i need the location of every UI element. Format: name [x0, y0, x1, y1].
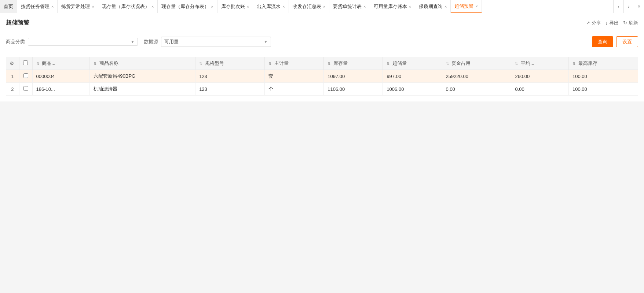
- export-icon: ↓: [605, 20, 608, 26]
- share-icon: ↗: [586, 20, 590, 26]
- cell-product-code: 186-10...: [32, 83, 90, 96]
- category-arrow-icon: ▼: [131, 40, 135, 44]
- sort-icon-product-code: ⇅: [36, 62, 39, 66]
- sort-icon-max-stock: ⇅: [572, 62, 575, 66]
- close-tab-0[interactable]: ×: [51, 4, 54, 9]
- share-button[interactable]: ↗ 分享: [586, 20, 601, 26]
- table-body: 1 0000004 六配套新昌490BPG 123 套 1097.00 997.…: [6, 70, 638, 96]
- close-tab-2[interactable]: ×: [151, 4, 154, 9]
- cell-over-stock: 1006.00: [383, 83, 442, 96]
- th-over-stock[interactable]: ⇅ 超储量: [383, 57, 442, 70]
- th-max-stock[interactable]: ⇅ 最高库存: [569, 57, 638, 70]
- query-button[interactable]: 查询: [592, 36, 613, 47]
- cell-over-stock: 997.00: [383, 70, 442, 83]
- datasource-filter: 数据源 可用量 ▼: [144, 37, 271, 47]
- nav-tab-0[interactable]: 拣货任务管理 ×: [17, 0, 58, 13]
- close-tab-4[interactable]: ×: [247, 4, 249, 9]
- close-tab-1[interactable]: ×: [92, 4, 94, 9]
- refresh-icon: ↻: [623, 20, 627, 26]
- row-checkbox-cell: [19, 83, 32, 96]
- nav-tab-4[interactable]: 库存批次账 ×: [217, 0, 253, 13]
- close-tab-7[interactable]: ×: [363, 4, 366, 9]
- category-label: 商品分类: [6, 38, 25, 45]
- close-tab-8[interactable]: ×: [409, 4, 411, 9]
- th-product-name[interactable]: ⇅ 商品名称: [90, 57, 195, 70]
- nav-home[interactable]: 首页: [0, 0, 17, 13]
- nav-arrows: ‹ › ×: [613, 0, 644, 13]
- cell-capital: 0.00: [442, 83, 511, 96]
- sort-icon-product-name: ⇅: [94, 62, 96, 66]
- th-gear[interactable]: ⚙: [6, 57, 19, 70]
- nav-tab-6[interactable]: 收发存汇总表 ×: [289, 0, 329, 13]
- cell-product-name: 机油滤清器: [90, 83, 195, 96]
- filter-buttons: 查询 设置: [592, 36, 638, 47]
- cell-unit: 个: [265, 83, 324, 96]
- cell-stock: 1097.00: [324, 70, 383, 83]
- nav-tab-5[interactable]: 出入库流水 ×: [253, 0, 289, 13]
- close-tab-6[interactable]: ×: [323, 4, 325, 9]
- row-index: 1: [6, 70, 19, 83]
- cell-product-code: 0000004: [32, 70, 90, 83]
- cell-capital: 259220.00: [442, 70, 511, 83]
- table-row[interactable]: 1 0000004 六配套新昌490BPG 123 套 1097.00 997.…: [6, 70, 638, 83]
- page-header: 超储预警 ↗ 分享 ↓ 导出 ↻ 刷新: [6, 19, 638, 27]
- data-table: ⚙ ⇅ 商品... ⇅ 商品名称 ⇅ 规格型号 ⇅: [6, 57, 638, 96]
- th-product-code[interactable]: ⇅ 商品...: [32, 57, 90, 70]
- gear-icon[interactable]: ⚙: [10, 60, 14, 66]
- nav-tab-10[interactable]: 超储预警 ×: [451, 0, 482, 13]
- th-avg[interactable]: ⇅ 平均...: [511, 57, 569, 70]
- cell-avg: 260.00: [511, 70, 569, 83]
- sort-icon-avg: ⇅: [515, 62, 518, 66]
- datasource-label: 数据源: [144, 38, 158, 45]
- select-all-checkbox[interactable]: [23, 60, 28, 65]
- nav-next-btn[interactable]: ›: [623, 0, 634, 13]
- category-filter: 商品分类 ▼: [6, 38, 138, 46]
- filter-area: 商品分类 ▼ 数据源 可用量 ▼ 查询 设置: [6, 33, 638, 51]
- category-select[interactable]: ▼: [28, 38, 138, 46]
- table-header-row: ⚙ ⇅ 商品... ⇅ 商品名称 ⇅ 规格型号 ⇅: [6, 57, 638, 70]
- cell-stock: 1106.00: [324, 83, 383, 96]
- nav-bar: 首页 拣货任务管理 × 拣货异常处理 × 现存量（库存状况表） × 现存量（库存…: [0, 0, 644, 13]
- th-unit[interactable]: ⇅ 主计量: [265, 57, 324, 70]
- cell-avg: 0.00: [511, 83, 569, 96]
- row-checkbox-0[interactable]: [23, 73, 28, 78]
- nav-tab-8[interactable]: 可用量库存账本 ×: [370, 0, 415, 13]
- cell-spec: 123: [195, 70, 265, 83]
- nav-tab-9[interactable]: 保质期查询 ×: [415, 0, 451, 13]
- datasource-arrow-icon: ▼: [264, 40, 268, 44]
- row-checkbox-cell: [19, 70, 32, 83]
- close-tab-10[interactable]: ×: [475, 4, 477, 8]
- sort-icon-over-stock: ⇅: [387, 62, 389, 66]
- header-actions: ↗ 分享 ↓ 导出 ↻ 刷新: [586, 20, 638, 26]
- sort-icon-spec: ⇅: [199, 62, 202, 66]
- close-tab-3[interactable]: ×: [211, 4, 213, 9]
- cell-max-stock: 100.00: [569, 83, 638, 96]
- th-spec[interactable]: ⇅ 规格型号: [195, 57, 265, 70]
- nav-tab-2[interactable]: 现存量（库存状况表） ×: [98, 0, 158, 13]
- datasource-select[interactable]: 可用量 ▼: [161, 37, 271, 47]
- cell-product-name: 六配套新昌490BPG: [90, 70, 195, 83]
- table-row[interactable]: 2 186-10... 机油滤清器 123 个 1106.00 1006.00 …: [6, 83, 638, 96]
- cell-spec: 123: [195, 83, 265, 96]
- refresh-button[interactable]: ↻ 刷新: [623, 20, 638, 26]
- close-tab-9[interactable]: ×: [444, 4, 447, 9]
- nav-tab-1[interactable]: 拣货异常处理 ×: [58, 0, 98, 13]
- th-capital[interactable]: ⇅ 资金占用: [442, 57, 511, 70]
- row-index: 2: [6, 83, 19, 96]
- sort-icon-capital: ⇅: [446, 62, 449, 66]
- nav-tab-3[interactable]: 现存量（库存分布表） ×: [158, 0, 217, 13]
- sort-icon-stock: ⇅: [328, 62, 330, 66]
- datasource-value: 可用量: [164, 38, 179, 45]
- settings-button[interactable]: 设置: [616, 36, 638, 47]
- export-button[interactable]: ↓ 导出: [605, 20, 619, 26]
- nav-more-btn[interactable]: ×: [634, 0, 644, 13]
- cell-max-stock: 100.00: [569, 70, 638, 83]
- row-checkbox-1[interactable]: [23, 86, 28, 91]
- th-stock[interactable]: ⇅ 库存量: [324, 57, 383, 70]
- cell-unit: 套: [265, 70, 324, 83]
- nav-tab-7[interactable]: 要货单统计表 ×: [329, 0, 370, 13]
- nav-prev-btn[interactable]: ‹: [613, 0, 623, 13]
- th-checkbox: [19, 57, 32, 70]
- page-title: 超储预警: [6, 19, 29, 27]
- close-tab-5[interactable]: ×: [282, 4, 285, 9]
